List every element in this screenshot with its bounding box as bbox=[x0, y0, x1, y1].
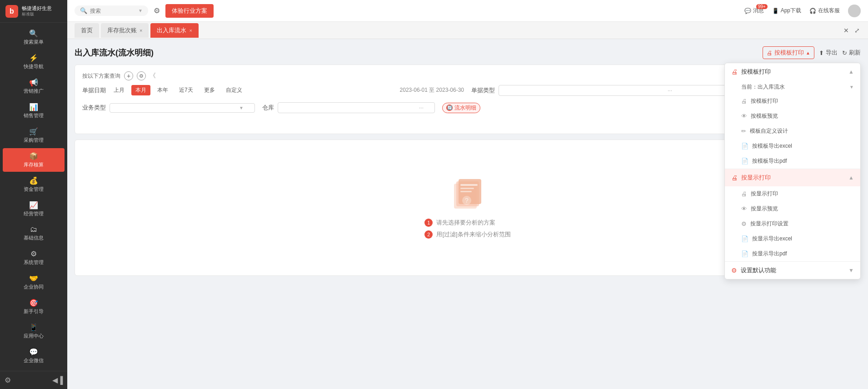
sidebar-item-appcenter[interactable]: 📱 应用中心 bbox=[3, 319, 65, 343]
date-shortcut-上月[interactable]: 上月 bbox=[110, 85, 129, 95]
app-download-btn[interactable]: 📱 App下载 bbox=[772, 7, 801, 15]
tabbar-expand-btn[interactable]: ⤢ bbox=[853, 26, 861, 35]
dropdown-item-icon-template-preview: 👁 bbox=[741, 113, 747, 120]
section-arrow-template-print: ▲ bbox=[848, 69, 854, 75]
sidebar-collapse-icon[interactable]: ◀▐ bbox=[52, 376, 63, 384]
date-shortcut-更多[interactable]: 更多 bbox=[200, 85, 219, 95]
sidebar-item-shortcuts[interactable]: ⚡ 快捷导航 bbox=[3, 50, 65, 74]
sidebar-item-finance[interactable]: 💰 资金管理 bbox=[3, 173, 65, 196]
tab-flow[interactable]: 出入库流水× bbox=[150, 23, 198, 38]
print-label: 按模板打印 bbox=[774, 49, 804, 57]
industry-btn[interactable]: 体验行业方案 bbox=[165, 4, 214, 18]
export-btn[interactable]: ⬆ 导出 bbox=[819, 49, 838, 57]
filter-biz-arrow: ▼ bbox=[239, 105, 244, 110]
sidebar-label-marketing: 营销推广 bbox=[24, 88, 44, 95]
sidebar-label-search: 搜索菜单 bbox=[24, 39, 44, 45]
date-shortcut-本月[interactable]: 本月 bbox=[131, 85, 150, 95]
filter-date-content: 上月本月本年近7天更多自定义 bbox=[110, 85, 396, 95]
dropdown-section-header-display-print[interactable]: 🖨 按显示打印 ▲ bbox=[725, 169, 860, 186]
dropdown-item-icon-template-custom: ✏ bbox=[741, 128, 746, 135]
print-btn[interactable]: 🖨 按模板打印 ▲ bbox=[763, 46, 814, 59]
dropdown-item-template-preview[interactable]: 👁 按模板预览 bbox=[725, 109, 860, 124]
sidebar-settings-icon[interactable]: ⚙ bbox=[5, 376, 11, 384]
topbar-search-box[interactable]: 🔍 ▼ bbox=[75, 5, 148, 16]
topbar-gear-icon[interactable]: ⚙ bbox=[154, 6, 160, 15]
sidebar-icon-basic: 🗂 bbox=[30, 225, 37, 234]
dropdown-item-display-print-action[interactable]: 🖨 按显示打印 bbox=[725, 186, 860, 201]
dropdown-item-icon-template-print-action: 🖨 bbox=[741, 98, 747, 105]
sidebar-item-sales[interactable]: 📊 销售管理 bbox=[3, 99, 65, 123]
filter-date-field: 单据日期 上月本月本年近7天更多自定义 2023-06-01 至 2023-06… bbox=[82, 85, 464, 95]
sidebar-item-newbie[interactable]: 🎯 新手引导 bbox=[3, 295, 65, 319]
tab-close-batch[interactable]: × bbox=[140, 28, 142, 33]
sidebar-item-operations[interactable]: 📈 经营管理 bbox=[3, 197, 65, 221]
topbar: 🔍 ▼ ⚙ 体验行业方案 💬 消息 99+ 📱 App下载 🎧 在线客服 bbox=[67, 0, 868, 22]
online-service-btn[interactable]: 🎧 在线客服 bbox=[809, 7, 840, 15]
section-label-template-print: 按模板打印 bbox=[741, 68, 771, 76]
sidebar-icon-finance: 💰 bbox=[29, 176, 38, 185]
filter-tag-label: 流水明细 bbox=[454, 104, 476, 112]
svg-rect-3 bbox=[460, 184, 478, 186]
dropdown-item-display-export-excel[interactable]: 📄 按显示导出excel bbox=[725, 231, 860, 246]
refresh-btn[interactable]: ↻ 刷新 bbox=[842, 49, 861, 57]
search-dropdown-icon[interactable]: ▼ bbox=[138, 8, 143, 13]
tab-batch[interactable]: 库存批次账× bbox=[101, 23, 149, 38]
dropdown-item-template-export-pdf[interactable]: 📄 按模板导出pdf bbox=[725, 154, 860, 169]
date-shortcut-自定义[interactable]: 自定义 bbox=[222, 85, 246, 95]
sidebar-item-basic[interactable]: 🗂 基础信息 bbox=[3, 222, 65, 245]
filter-settings-btn[interactable]: ⚙ bbox=[137, 71, 146, 80]
section-icon-template-print: 🖨 bbox=[731, 68, 738, 75]
step-1-label: 请先选择要分析的方案 bbox=[436, 219, 495, 227]
sidebar-item-inventory[interactable]: 📦 库存核算 bbox=[3, 148, 65, 172]
dropdown-section-header-default-settings[interactable]: ⚙ 设置默认功能 ▼ bbox=[725, 262, 860, 279]
dropdown-item-template-export-excel[interactable]: 📄 按模板导出excel bbox=[725, 139, 860, 154]
filter-warehouse-more[interactable]: ··· bbox=[419, 105, 424, 111]
sidebar-icon-shortcuts: ⚡ bbox=[29, 54, 38, 62]
filter-type-more[interactable]: ··· bbox=[668, 87, 672, 94]
sidebar-label-sales: 销售管理 bbox=[24, 112, 44, 119]
dropdown-item-display-export-pdf[interactable]: 📄 按显示导出pdf bbox=[725, 246, 860, 261]
filter-add-btn[interactable]: + bbox=[124, 71, 133, 80]
section-label-display-print: 按显示打印 bbox=[741, 174, 771, 182]
sidebar-icon-search: 🔍 bbox=[29, 29, 38, 38]
tab-close-flow[interactable]: × bbox=[189, 28, 192, 33]
tabbar-close-btn[interactable]: ✕ bbox=[843, 26, 850, 35]
sidebar-item-search[interactable]: 🔍 搜索菜单 bbox=[3, 25, 65, 49]
filter-biz-dropdown[interactable]: ▼ bbox=[110, 103, 255, 113]
sidebar-item-marketing[interactable]: 📢 营销推广 bbox=[3, 75, 65, 98]
sidebar-item-wechat[interactable]: 💬 企业微信 bbox=[3, 344, 65, 368]
sidebar-item-enterprise[interactable]: 🤝 企业协同 bbox=[3, 270, 65, 294]
empty-steps: 1 请先选择要分析的方案 2 用[过滤]条件来缩小分析范围 bbox=[424, 219, 510, 239]
app-download-icon: 📱 bbox=[772, 8, 779, 14]
step-2-number: 2 bbox=[424, 230, 433, 239]
date-shortcut-本年[interactable]: 本年 bbox=[153, 85, 172, 95]
empty-step-2: 2 用[过滤]条件来缩小分析范围 bbox=[424, 230, 510, 239]
message-btn[interactable]: 💬 消息 99+ bbox=[744, 7, 764, 15]
dropdown-section-header-template-print[interactable]: 🖨 按模板打印 ▲ bbox=[725, 63, 860, 80]
dropdown-panel: 🖨 按模板打印 ▲ 当前：出入库流水▼ 🖨 按模板打印 👁 按模板预览 ✏ 模板… bbox=[724, 63, 861, 279]
sidebar-item-membership[interactable]: 🏷 畅会员 bbox=[3, 369, 65, 371]
section-icon-default-settings: ⚙ bbox=[731, 267, 737, 274]
dropdown-item-display-preview[interactable]: 👁 按显示预览 bbox=[725, 201, 860, 216]
online-service-icon: 🎧 bbox=[809, 8, 816, 14]
date-shortcut-近7天[interactable]: 近7天 bbox=[175, 85, 197, 95]
dropdown-item-template-print-action[interactable]: 🖨 按模板打印 bbox=[725, 94, 860, 109]
filter-biz-label: 业务类型 bbox=[82, 104, 106, 112]
filter-collapse-btn[interactable]: 《 bbox=[150, 72, 156, 80]
sidebar-item-system[interactable]: ⚙ 系统管理 bbox=[3, 246, 65, 269]
sidebar-item-purchase[interactable]: 🛒 采购管理 bbox=[3, 124, 65, 147]
app-edition: 标准版 bbox=[22, 11, 52, 17]
filter-warehouse-dropdown[interactable]: ··· bbox=[278, 102, 435, 113]
sidebar-label-finance: 资金管理 bbox=[24, 186, 44, 193]
search-icon: 🔍 bbox=[80, 7, 87, 14]
svg-rect-4 bbox=[460, 188, 474, 189]
tab-home[interactable]: 首页 bbox=[75, 23, 99, 38]
dropdown-item-template-custom[interactable]: ✏ 模板自定义设计 bbox=[725, 124, 860, 139]
app-download-label: App下载 bbox=[781, 7, 801, 15]
dropdown-item-display-print-settings[interactable]: ⚙ 按显示打印设置 bbox=[725, 216, 860, 231]
user-avatar[interactable] bbox=[848, 5, 861, 17]
page-header: 出入库流水(流水明细) 🖨 按模板打印 ▲ ⬆ 导出 ↻ 刷新 🖨 bbox=[75, 46, 861, 59]
search-input[interactable] bbox=[90, 8, 135, 14]
filter-tag[interactable]: 🔄 流水明细 bbox=[442, 103, 480, 113]
empty-state: ? 1 请先选择要分析的方案 2 用[过滤]条件来缩小分析范围 bbox=[424, 177, 510, 239]
